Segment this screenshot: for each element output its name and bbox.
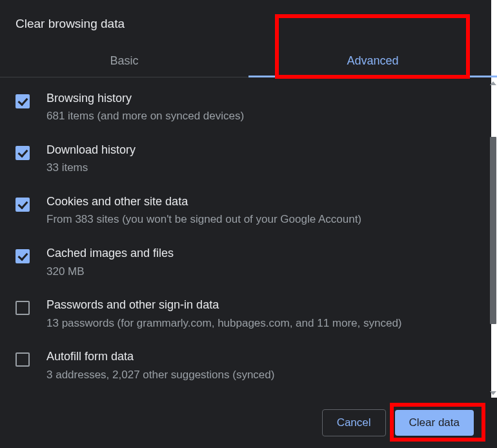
option-checkbox[interactable] (15, 146, 30, 160)
option-row: Cached images and files320 MB (15, 239, 474, 290)
dialog-footer: Cancel Clear data (0, 398, 497, 448)
scroll-up-icon[interactable] (490, 81, 496, 85)
option-subtitle: From 383 sites (you won't be signed out … (46, 212, 474, 227)
option-row: Cookies and other site dataFrom 383 site… (15, 187, 474, 239)
option-subtitle: 681 items (and more on synced devices) (46, 108, 474, 124)
clear-data-button[interactable]: Clear data (395, 410, 474, 436)
option-checkbox[interactable] (15, 94, 30, 108)
option-row: Autofill form data3 addresses, 2,027 oth… (15, 342, 474, 394)
scroll-down-icon[interactable] (490, 391, 496, 395)
tab-basic[interactable]: Basic (0, 46, 249, 77)
option-checkbox[interactable] (15, 249, 30, 263)
option-subtitle: 33 items (46, 160, 474, 176)
option-subtitle: 320 MB (46, 264, 474, 280)
scroll-thumb[interactable] (490, 137, 496, 324)
options-scroll-region: Browsing history681 items (and more on s… (0, 79, 489, 398)
option-row: Passwords and other sign-in data13 passw… (15, 290, 474, 342)
option-subtitle: 3 addresses, 2,027 other suggestions (sy… (46, 367, 474, 383)
option-subtitle: 13 passwords (for grammarly.com, hubpage… (46, 316, 474, 331)
option-checkbox[interactable] (15, 198, 30, 212)
tab-advanced[interactable]: Advanced (249, 46, 497, 77)
option-row: Browsing history681 items (and more on s… (15, 84, 474, 136)
option-title: Browsing history (46, 90, 474, 106)
scrollbar[interactable] (489, 79, 497, 398)
option-title: Autofill form data (46, 349, 474, 364)
cancel-button[interactable]: Cancel (322, 409, 386, 436)
option-title: Cookies and other site data (46, 194, 474, 209)
option-title: Download history (46, 142, 474, 158)
dialog-title: Clear browsing data (0, 0, 497, 31)
option-title: Cached images and files (46, 245, 474, 261)
option-row: Download history33 items (15, 136, 474, 187)
option-checkbox[interactable] (15, 352, 30, 367)
option-title: Passwords and other sign-in data (46, 297, 474, 312)
option-checkbox[interactable] (15, 301, 30, 315)
tab-bar: Basic Advanced (0, 46, 497, 77)
